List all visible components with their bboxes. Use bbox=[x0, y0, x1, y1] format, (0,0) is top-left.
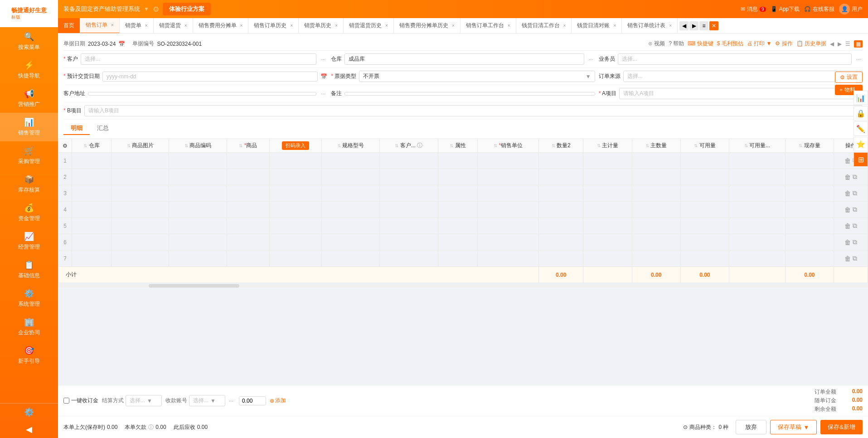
tab-close-btn[interactable]: × bbox=[145, 23, 148, 28]
row-customer-code[interactable] bbox=[379, 153, 438, 169]
view-toggle-list[interactable]: ☰ bbox=[845, 41, 850, 47]
row-delete-btn[interactable]: 🗑 bbox=[844, 239, 851, 246]
customer-more-btn[interactable]: ··· bbox=[319, 56, 327, 63]
sidebar-item-marketing[interactable]: 📢 营销推广 bbox=[0, 84, 58, 113]
sidebar-item-operations[interactable]: 📈 经营管理 bbox=[0, 227, 58, 255]
row-product[interactable] bbox=[227, 169, 270, 185]
payment-amount-input[interactable] bbox=[239, 396, 266, 405]
project-b-input[interactable]: 请输入B项目 bbox=[84, 105, 863, 116]
row-warehouse[interactable] bbox=[72, 153, 112, 169]
discard-button[interactable]: 放弃 bbox=[736, 420, 766, 434]
sidebar-settings-btn[interactable]: ⚙️ bbox=[0, 404, 58, 421]
salesperson-input[interactable]: 选择... bbox=[618, 53, 852, 65]
tab-close-btn[interactable]: × bbox=[290, 23, 293, 28]
message-btn[interactable]: ✉ 消息 9 bbox=[741, 5, 766, 13]
tab-sales-order-history[interactable]: 销售订单历史 × bbox=[248, 18, 299, 34]
account-select[interactable]: 选择... ▼ bbox=[189, 395, 225, 406]
row-qty2[interactable] bbox=[539, 153, 583, 169]
tab-close-btn[interactable]: × bbox=[335, 23, 338, 28]
tab-order-workbench[interactable]: 销售订单工作台 × bbox=[461, 18, 516, 34]
action-shortcuts[interactable]: ⌨ 快捷键 bbox=[688, 40, 713, 48]
tab-goods-history[interactable]: 销货单历史 × bbox=[299, 18, 344, 34]
row-stock[interactable] bbox=[785, 169, 834, 185]
sidebar-collapse-btn[interactable]: ◀ bbox=[0, 421, 58, 438]
address-input[interactable] bbox=[88, 92, 316, 96]
tab-prev-btn[interactable]: ◀ bbox=[679, 21, 689, 30]
online-support-btn[interactable]: 🎧 在线客服 bbox=[804, 5, 834, 13]
row-warehouse[interactable] bbox=[72, 169, 112, 185]
tab-sales-order[interactable]: 销售订单 × bbox=[80, 18, 120, 34]
salesperson-more-btn[interactable]: ··· bbox=[854, 56, 863, 63]
tab-close-btn[interactable]: × bbox=[508, 23, 510, 28]
col-attribute[interactable]: ⇅ 属性 bbox=[438, 139, 477, 153]
remarks-input[interactable] bbox=[344, 92, 595, 96]
row-main-unit[interactable] bbox=[583, 153, 632, 169]
customer-input[interactable]: 选择... bbox=[81, 53, 316, 65]
sidebar-item-search[interactable]: 🔍 搜索菜单 bbox=[0, 27, 58, 56]
col-available[interactable]: ⇅ 可用量 bbox=[680, 139, 729, 153]
tab-stats[interactable]: 销售订单统计表 × bbox=[622, 18, 678, 34]
sidebar-item-system[interactable]: ⚙️ 系统管理 bbox=[0, 284, 58, 313]
col-gear[interactable]: ⚙ bbox=[58, 139, 72, 153]
save-new-button[interactable]: 保存&新增 bbox=[820, 420, 863, 434]
user-btn[interactable]: 👤 用户 bbox=[839, 4, 863, 14]
invoice-type-select[interactable]: 不开票 ▼ bbox=[359, 71, 595, 82]
tab-close-btn[interactable]: × bbox=[111, 23, 114, 28]
tab-summary[interactable]: 汇总 bbox=[90, 122, 116, 135]
row-main-qty[interactable] bbox=[632, 169, 680, 185]
col-product-image[interactable]: ⇅ 商品图片 bbox=[112, 139, 169, 153]
row-delete-btn[interactable]: 🗑 bbox=[844, 222, 851, 230]
setting-button[interactable]: ⚙ 设置 bbox=[835, 72, 863, 83]
row-sales-unit[interactable] bbox=[478, 169, 539, 185]
col-customer-code[interactable]: ⇅ 客户... ⓘ bbox=[379, 139, 438, 153]
row-copy-btn[interactable]: ⧉ bbox=[853, 238, 857, 246]
col-quantity2[interactable]: ⇅ 数量2 bbox=[539, 139, 583, 153]
sidebar-item-guide[interactable]: 🎯 新手引导 bbox=[0, 341, 58, 370]
row-delete-btn[interactable]: 🗑 bbox=[844, 173, 851, 181]
float-edit-icon[interactable]: ✏️ bbox=[853, 121, 868, 136]
row-available[interactable] bbox=[680, 153, 729, 169]
row-spec[interactable] bbox=[322, 153, 379, 169]
row-copy-btn[interactable]: ⧉ bbox=[853, 255, 857, 262]
sidebar-item-basic[interactable]: 📋 基础信息 bbox=[0, 255, 58, 284]
row-copy-btn[interactable]: ⧉ bbox=[853, 189, 857, 197]
action-video[interactable]: ⊙ 视频 bbox=[648, 40, 665, 48]
action-history[interactable]: 📋 历史单据 bbox=[796, 40, 826, 48]
row-copy-btn[interactable]: ⧉ bbox=[853, 222, 857, 230]
tab-daily-reconcile[interactable]: 钱货日清对账 × bbox=[572, 18, 622, 34]
address-more-btn[interactable]: ··· bbox=[319, 91, 327, 97]
project-a-input[interactable]: 请输入A项目 bbox=[619, 88, 863, 99]
row-product-code[interactable] bbox=[169, 153, 227, 169]
calendar-icon[interactable]: 📅 bbox=[118, 41, 125, 47]
tab-close-btn[interactable]: × bbox=[452, 23, 455, 28]
sidebar-item-enterprise[interactable]: 🏢 企业协同 bbox=[0, 313, 58, 341]
tab-close-btn[interactable]: × bbox=[669, 23, 672, 28]
row-qty2[interactable] bbox=[539, 169, 583, 185]
account-more-btn[interactable]: ··· bbox=[227, 398, 235, 404]
scan-button[interactable]: 扫码录入 bbox=[282, 141, 309, 150]
row-delete-btn[interactable]: 🗑 bbox=[844, 190, 851, 197]
add-payment-btn[interactable]: ⊕ 添加 bbox=[270, 397, 286, 404]
row-copy-btn[interactable]: ⧉ bbox=[853, 206, 857, 213]
col-available2[interactable]: ⇅ 可用量... bbox=[729, 139, 785, 153]
row-copy-btn[interactable]: ⧉ bbox=[853, 173, 857, 181]
one-click-checkbox-label[interactable]: 一键收订金 bbox=[63, 397, 98, 404]
row-product[interactable] bbox=[227, 153, 270, 169]
row-delete-btn[interactable]: 🗑 bbox=[844, 157, 851, 164]
scroll-thumb[interactable] bbox=[149, 284, 239, 288]
view-toggle-card[interactable]: ▦ bbox=[854, 40, 863, 48]
tab-close-btn[interactable]: × bbox=[385, 23, 388, 28]
tab-close-btn[interactable]: × bbox=[613, 23, 616, 28]
row-main-qty[interactable] bbox=[632, 153, 680, 169]
tab-next-btn[interactable]: ▶ bbox=[689, 21, 698, 30]
scroll-track[interactable] bbox=[58, 284, 868, 288]
delivery-date-input[interactable]: yyyy-mm-dd bbox=[102, 72, 318, 82]
row-warehouse[interactable] bbox=[72, 185, 112, 202]
col-stock[interactable]: ⇅ 现存量 bbox=[785, 139, 834, 153]
calendar2-icon[interactable]: 📅 bbox=[320, 73, 327, 80]
action-help[interactable]: ? 帮助 bbox=[669, 40, 684, 48]
action-ops[interactable]: ⚙ 操作 bbox=[775, 40, 792, 48]
row-attribute[interactable] bbox=[438, 169, 477, 185]
row-sales-unit[interactable] bbox=[478, 153, 539, 169]
tab-close-all-btn[interactable]: ✕ bbox=[709, 21, 718, 30]
